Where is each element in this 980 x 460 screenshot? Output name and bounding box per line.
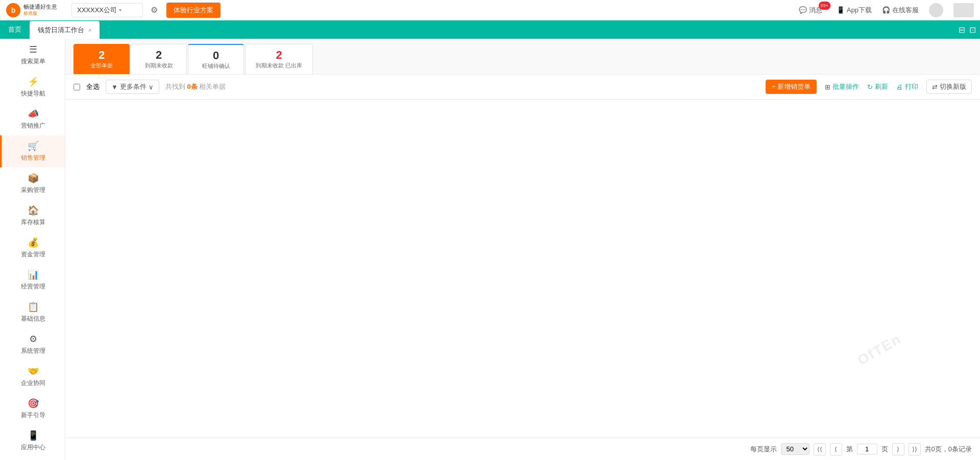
sidebar-item-6[interactable]: 💰 资金管理 [0, 232, 65, 264]
tab-close-icon[interactable]: × [88, 27, 91, 33]
sidebar-icon-5: 🏠 [28, 205, 39, 216]
trial-button[interactable]: 体验行业方案 [166, 3, 220, 18]
status-tab-label-2: 旺铺待确认 [202, 62, 230, 70]
sidebar-icon-8: 📋 [28, 301, 39, 312]
sidebar-label-0: 搜索菜单 [21, 57, 45, 66]
sidebar-item-8[interactable]: 📋 基础信息 [0, 296, 65, 328]
sidebar-item-10[interactable]: 🤝 企业协同 [0, 360, 65, 393]
batch-operation-button[interactable]: ⊞ 批量操作 [825, 82, 859, 91]
sidebar-icon-6: 💰 [28, 237, 39, 248]
sidebar-item-12[interactable]: 📱 应用中心 [0, 425, 65, 457]
status-tab-2[interactable]: 0 旺铺待确认 [188, 44, 244, 74]
toolbar: 全选 ▼ 更多条件 ∨ 共找到 0条 相关单据 + 新增销货单 ⊞ 批量操作 ↻ [65, 75, 980, 100]
sidebar-icon-12: 📱 [28, 430, 39, 441]
sidebar-item-4[interactable]: 📦 采购管理 [0, 167, 65, 200]
switch-version-button[interactable]: ⇄ 切换新版 [926, 80, 972, 94]
app-download-button[interactable]: 📱 App下载 [837, 6, 872, 15]
next-page-button[interactable]: ⟩ [892, 443, 904, 455]
minimize-icon[interactable]: ⊟ [959, 25, 965, 35]
sidebar-icon-3: 🛒 [28, 140, 39, 152]
sidebar-label-9: 系统管理 [21, 347, 45, 355]
sidebar-label-6: 资金管理 [21, 250, 45, 259]
top-bar: b 畅捷通好生意 标准版 XXXXXX公司 ▾ ⚙ 体验行业方案 💬 消息 99… [0, 0, 980, 20]
sidebar-icon-11: 🎯 [28, 398, 39, 409]
status-tab-1[interactable]: 2 到期未收款 [131, 44, 187, 74]
status-tab-3[interactable]: 2 到期未收款 已出库 [245, 44, 313, 74]
filter-label: 更多条件 [120, 82, 146, 91]
add-sales-order-button[interactable]: + 新增销货单 [766, 80, 817, 94]
prev-page-button[interactable]: ⟨ [830, 443, 842, 455]
sidebar-icon-10: 🤝 [28, 366, 39, 377]
batch-label: 批量操作 [832, 82, 859, 91]
chevron-icon: ∨ [149, 83, 154, 91]
company-name: XXXXXX公司 [77, 6, 117, 15]
refresh-label: 刷新 [875, 82, 888, 91]
avatar[interactable] [929, 3, 943, 17]
page-suffix: 页 [881, 445, 888, 454]
sidebar: ☰ 搜索菜单⚡ 快捷导航📣 营销推广🛒 销售管理📦 采购管理🏠 库存核算💰 资金… [0, 39, 65, 460]
sidebar-icon-2: 📣 [28, 108, 39, 119]
last-page-button[interactable]: ⟩⟩ [909, 443, 921, 455]
sidebar-item-2[interactable]: 📣 营销推广 [0, 103, 65, 135]
sidebar-item-9[interactable]: ⚙ 系统管理 [0, 328, 65, 360]
headset-icon: 🎧 [882, 6, 890, 14]
sidebar-icon-7: 📊 [28, 269, 39, 280]
sidebar-item-3[interactable]: 🛒 销售管理 [0, 135, 65, 167]
print-button[interactable]: 🖨 打印 [896, 82, 918, 91]
top-right-area: 💬 消息 99+ 📱 App下载 🎧 在线客服 [799, 3, 974, 17]
sidebar-item-13[interactable]: 💬 企业微信 [0, 457, 65, 460]
tab-home[interactable]: 首页 [0, 20, 30, 39]
settings-button[interactable]: ⚙ [147, 3, 161, 17]
company-selector[interactable]: XXXXXX公司 ▾ [71, 3, 143, 17]
sidebar-icon-0: ☰ [29, 44, 37, 55]
first-page-button[interactable]: ⟨⟨ [814, 443, 826, 455]
status-tab-num-2: 0 [213, 49, 219, 62]
found-count: 0条 [187, 83, 198, 90]
online-service-button[interactable]: 🎧 在线客服 [882, 6, 919, 15]
toolbar-right: + 新增销货单 ⊞ 批量操作 ↻ 刷新 🖨 打印 ⇄ 切换新版 [766, 80, 972, 94]
sidebar-item-0[interactable]: ☰ 搜索菜单 [0, 39, 65, 71]
print-label: 打印 [905, 82, 918, 91]
per-page-label: 每页显示 [750, 445, 777, 454]
sidebar-item-11[interactable]: 🎯 新手引导 [0, 393, 65, 425]
user-name-display [953, 3, 974, 17]
sidebar-label-2: 营销推广 [21, 122, 45, 130]
online-service-label: 在线客服 [892, 6, 919, 15]
filter-icon: ▼ [111, 83, 118, 91]
status-tab-0[interactable]: 2 全部单据 [74, 44, 130, 74]
print-icon: 🖨 [896, 83, 903, 91]
page-label: 第 [846, 445, 853, 454]
sidebar-icon-9: ⚙ [29, 333, 37, 345]
per-page-select[interactable]: 50 100 200 [781, 443, 810, 455]
sidebar-label-11: 新手引导 [21, 411, 45, 420]
select-all-checkbox[interactable] [74, 84, 80, 90]
switch-icon: ⇄ [932, 83, 938, 91]
app-download-label: App下载 [847, 6, 872, 15]
sidebar-item-1[interactable]: ⚡ 快捷导航 [0, 71, 65, 103]
status-tabs: 2 全部单据2 到期未收款0 旺铺待确认2 到期未收款 已出库 [65, 39, 980, 75]
maximize-icon[interactable]: ⊡ [969, 25, 976, 35]
logo-tag: 标准版 [23, 10, 57, 17]
found-text: 共找到 0条 相关单据 [165, 82, 226, 91]
status-tab-label-1: 到期未收款 [145, 62, 173, 69]
sidebar-label-4: 采购管理 [21, 186, 45, 195]
status-tab-num-1: 2 [156, 49, 162, 62]
tab-label: 钱货日清工作台 [38, 26, 84, 35]
logo-name: 畅捷通好生意 [23, 3, 57, 10]
sidebar-icon-4: 📦 [28, 173, 39, 184]
status-tab-num-3: 2 [276, 49, 282, 62]
content-area: 2 全部单据2 到期未收款0 旺铺待确认2 到期未收款 已出库 全选 ▼ 更多条… [65, 39, 980, 460]
status-tab-label-3: 到期未收款 已出库 [256, 62, 302, 69]
message-button[interactable]: 💬 消息 99+ [799, 6, 826, 15]
table-area [65, 100, 980, 438]
logo-icon: b [6, 3, 20, 17]
filter-button[interactable]: ▼ 更多条件 ∨ [106, 80, 159, 94]
status-tab-num-0: 2 [99, 49, 105, 62]
sidebar-label-1: 快捷导航 [21, 89, 45, 98]
refresh-icon: ↻ [867, 83, 873, 91]
sidebar-item-7[interactable]: 📊 经营管理 [0, 264, 65, 296]
page-input[interactable] [857, 444, 877, 454]
sidebar-item-5[interactable]: 🏠 库存核算 [0, 200, 65, 232]
refresh-button[interactable]: ↻ 刷新 [867, 82, 888, 91]
tab-qhrc[interactable]: 钱货日清工作台 × [30, 21, 100, 39]
